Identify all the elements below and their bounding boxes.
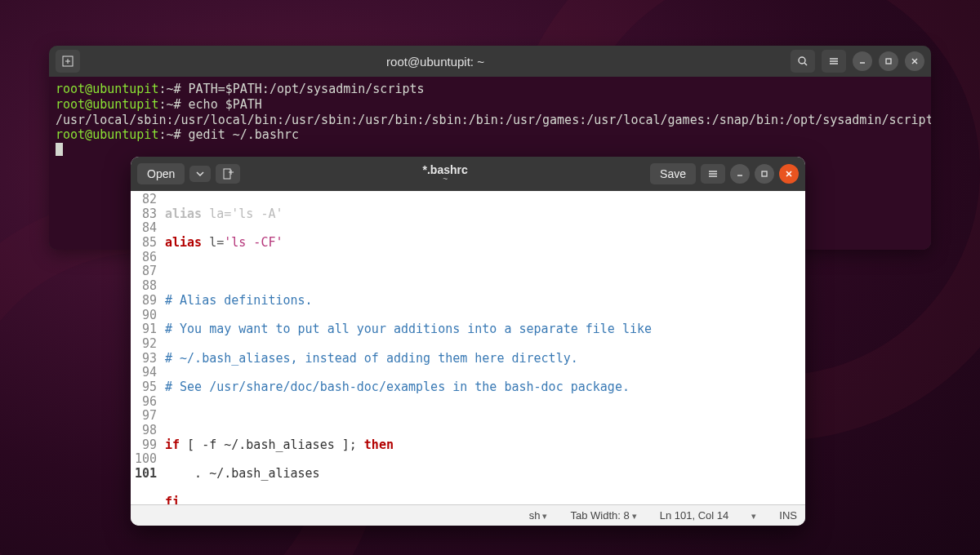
prompt: root@ubuntupit [56,82,158,96]
gedit-hamburger-button[interactable] [701,164,725,184]
editor-area[interactable]: 82 83 84 85 86 87 88 89 90 91 92 93 94 9… [131,191,805,504]
status-spacer-drop[interactable] [751,509,756,522]
maximize-icon [884,56,893,66]
status-insert-mode: INS [779,509,797,522]
svg-rect-19 [762,171,767,176]
gedit-titlebar: Open *.bashrc ~ Save [131,157,805,191]
new-doc-icon [222,168,234,180]
search-icon [797,56,808,67]
terminal-titlebar: root@ubuntupit: ~ [49,46,931,77]
svg-rect-12 [224,169,230,179]
terminal-output: /usr/local/sbin:/usr/local/bin:/usr/sbin… [56,113,924,128]
gedit-title: *.bashrc [245,164,645,175]
close-icon [910,56,920,66]
open-recent-button[interactable] [189,166,211,182]
new-document-button[interactable] [216,164,240,184]
status-position: Ln 101, Col 14 [660,509,729,522]
minimize-button[interactable] [853,51,872,71]
svg-line-4 [804,63,807,65]
gedit-minimize-button[interactable] [730,164,750,184]
minimize-icon [858,56,867,66]
open-button[interactable]: Open [137,163,185,184]
close-icon [784,169,794,179]
new-tab-button[interactable] [56,50,80,73]
save-button[interactable]: Save [650,163,696,184]
minimize-icon [735,169,745,179]
chevron-down-icon [196,170,204,178]
line-number-gutter: 82 83 84 85 86 87 88 89 90 91 92 93 94 9… [131,191,162,504]
code-content[interactable]: alias la='ls -A' alias l='ls -CF' # Alia… [162,191,805,504]
status-bar: sh Tab Width: 8 Ln 101, Col 14 INS [131,504,805,526]
status-lang[interactable]: sh [529,509,548,522]
status-tabwidth[interactable]: Tab Width: 8 [570,509,636,522]
maximize-button[interactable] [879,51,898,71]
gedit-subtitle: ~ [245,175,645,184]
terminal-title: root@ubuntupit: ~ [87,55,784,69]
hamburger-icon [828,56,840,67]
terminal-cursor [56,143,63,156]
close-button[interactable] [905,51,924,71]
search-button[interactable] [791,50,815,73]
gedit-maximize-button[interactable] [755,164,774,184]
gedit-window: Open *.bashrc ~ Save 82 83 84 85 [131,157,805,526]
hamburger-menu-button[interactable] [822,50,846,73]
svg-rect-9 [886,59,891,64]
hamburger-icon [707,168,719,180]
svg-point-3 [799,57,805,64]
maximize-icon [760,169,769,179]
gedit-close-button[interactable] [779,164,799,184]
